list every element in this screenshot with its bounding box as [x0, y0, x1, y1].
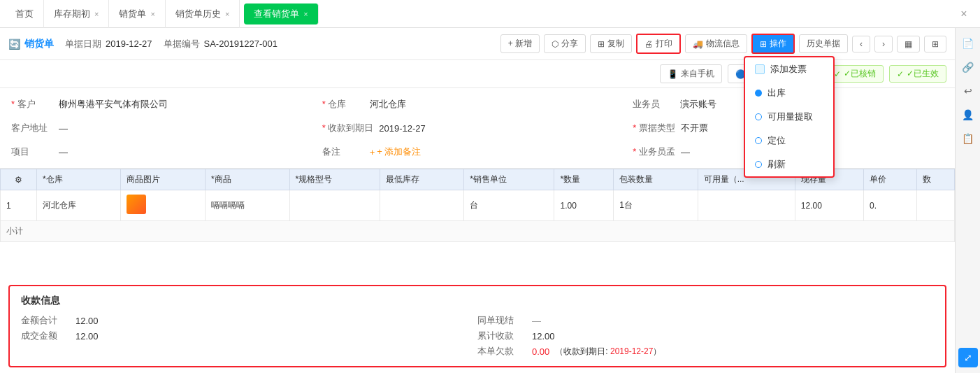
total-amount-label: 金额合计 [21, 314, 70, 327]
right-sidebar: 📄 🔗 ↩ 👤 📋 ⤢ [955, 28, 980, 373]
grid2-button[interactable]: ⊞ [924, 36, 946, 52]
outstanding-row: 本单欠款 0.00 （收款到期日: 2019-12-27） [477, 345, 934, 358]
same-order-label: 同单现结 [477, 314, 526, 327]
tab-sales-order[interactable]: 销货单 × [109, 0, 165, 28]
project-row: 项目 — [11, 143, 322, 161]
tab-view-sales-order[interactable]: 查看销货单 × [244, 3, 318, 24]
row-no: 1 [1, 190, 37, 221]
mobile-button[interactable]: 📱 来自手机 [660, 64, 722, 83]
product-table-wrapper: ⚙ *仓库 商品图片 *商品 *规格型号 最低库存 *销售单位 *数量 包装数量… [0, 169, 955, 279]
col-img: 商品图片 [121, 169, 206, 190]
tab-inventory-init-close[interactable]: × [94, 10, 99, 18]
tab-sales-history-label: 销货单历史 [175, 8, 221, 20]
col-settings[interactable]: ⚙ [1, 169, 37, 190]
col-pkg-qty: 包装数量 [614, 169, 698, 190]
total-amount-value: 12.00 [75, 316, 99, 326]
logistics-button[interactable]: 🚚 物流信息 [685, 34, 747, 53]
same-order-value: — [532, 316, 541, 326]
add-button[interactable]: + 新增 [500, 34, 540, 53]
tab-inventory-init-label: 库存期初 [54, 8, 90, 20]
outbound-dot-icon [755, 90, 762, 97]
print-button[interactable]: 🖨 打印 [636, 34, 681, 54]
doc-meta: 单据日期 2019-12-27 单据编号 SA-20191227-001 [65, 38, 278, 50]
menu-item-outbound[interactable]: 出库 [745, 81, 833, 105]
mobile-icon: 📱 [668, 69, 678, 79]
warehouse-row: 仓库 河北仓库 [322, 95, 633, 113]
row-qty: 1.00 [554, 190, 614, 221]
copy-icon: ⊞ [598, 39, 605, 49]
sidebar-icon-copy2[interactable]: 📋 [958, 129, 978, 148]
menu-item-add-invoice-label: 添加发票 [770, 63, 807, 76]
invoice-value: 不开票 [681, 122, 708, 134]
note-row: 备注 + + 添加备注 [322, 143, 633, 161]
row-price: 0. [864, 190, 917, 221]
outstanding-extra: （收款到期日: 2019-12-27） [555, 346, 661, 358]
tab-sales-history-close[interactable]: × [225, 10, 229, 18]
effective-badge[interactable]: ✓ ✓已生效 [889, 65, 946, 83]
tab-inventory-init[interactable]: 库存期初 × [44, 0, 109, 28]
prev-button[interactable]: ‹ [852, 36, 870, 52]
col-warehouse: *仓库 [36, 169, 121, 190]
row-pkg-qty: 1台 [614, 190, 698, 221]
total-received-label: 累计收款 [477, 330, 526, 342]
col-product: *商品 [205, 169, 289, 190]
available-circle-icon [755, 113, 762, 120]
outstanding-value: 0.00 [532, 346, 549, 357]
cancelled-check-icon: ✓ [834, 69, 841, 79]
menu-item-add-invoice[interactable]: 添加发票 [745, 57, 833, 81]
tab-home[interactable]: 首页 [6, 0, 44, 28]
sidebar-icon-back[interactable]: ↩ [958, 81, 978, 101]
logistics-icon: 🚚 [693, 39, 703, 49]
payment-title: 收款信息 [21, 295, 934, 307]
next-button[interactable]: › [874, 36, 893, 52]
menu-item-available[interactable]: 可用量提取 [745, 105, 833, 129]
sidebar-icon-user[interactable]: 👤 [958, 105, 978, 125]
salesman-value: — [681, 147, 690, 157]
sidebar-icon-doc[interactable]: 📄 [958, 34, 978, 53]
warehouse-value: 河北仓库 [370, 98, 406, 111]
tab-home-label: 首页 [15, 8, 34, 20]
doc-icon: 🔄 [8, 38, 20, 50]
row-unit: 台 [464, 190, 554, 221]
sidebar-icon-link[interactable]: 🔗 [958, 57, 978, 77]
share-icon: ⬡ [552, 39, 559, 49]
history-button[interactable]: 历史单据 [799, 34, 848, 53]
share-button[interactable]: ⬡ 分享 [544, 34, 586, 53]
copy-button[interactable]: ⊞ 复制 [590, 34, 632, 53]
meta-no-value: SA-20191227-001 [204, 38, 278, 49]
project-value: — [59, 147, 68, 157]
deal-amount-row: 成交金额 12.00 [21, 330, 477, 342]
tab-view-sales-order-close[interactable]: × [303, 10, 308, 18]
total-amount-row: 金额合计 12.00 [21, 314, 477, 327]
due-date-label: 收款到期日 [322, 122, 374, 134]
invoice-label: 票据类型 [633, 122, 675, 134]
deal-amount-label: 成交金额 [21, 330, 70, 342]
col-min-stock: 最低库存 [380, 169, 464, 190]
tab-view-sales-order-label: 查看销货单 [254, 8, 299, 20]
row-spec [289, 190, 380, 221]
tab-bar: 首页 库存期初 × 销货单 × 销货单历史 × 查看销货单 × × [0, 0, 980, 28]
ops-button[interactable]: ⊞ 操作 [751, 34, 795, 54]
menu-item-locate[interactable]: 定位 [745, 129, 833, 153]
table-row: 1 河北仓库 嗝嗝嗝嗝 台 1.00 1台 12 [1, 190, 955, 221]
print-icon: 🖨 [644, 39, 653, 49]
row-available [698, 190, 795, 221]
address-value: — [59, 123, 68, 134]
menu-item-refresh[interactable]: 刷新 [745, 153, 833, 176]
cancelled-badge[interactable]: ✓ ✓已核销 [826, 65, 884, 83]
total-received-row: 累计收款 12.00 [477, 330, 934, 342]
employee-value: 演示账号 [680, 98, 716, 111]
grid1-button[interactable]: ▦ [897, 36, 920, 52]
tab-sales-history[interactable]: 销货单历史 × [166, 0, 240, 28]
meta-date-label: 单据日期 [65, 38, 101, 50]
address-label: 客户地址 [11, 122, 53, 134]
sidebar-icon-expand[interactable]: ⤢ [958, 348, 978, 367]
add-note-button[interactable]: + + 添加备注 [370, 146, 421, 158]
effective-check-icon: ✓ [897, 69, 904, 79]
project-label: 项目 [11, 146, 53, 158]
doc-title-label: 销货单 [24, 38, 54, 50]
tab-sales-order-close[interactable]: × [150, 10, 154, 18]
salesman-label: 业务员孟 [633, 146, 675, 158]
window-close-button[interactable]: × [953, 3, 974, 24]
subtotal-row: 小计 [1, 221, 955, 242]
